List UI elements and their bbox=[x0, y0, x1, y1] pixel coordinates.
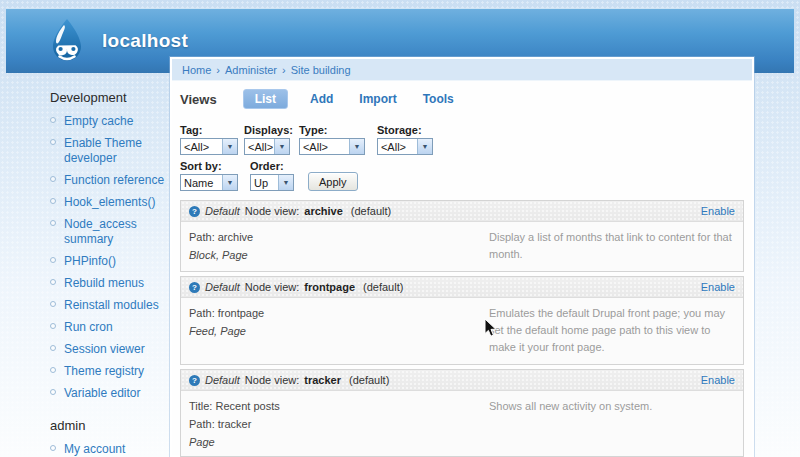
storage-select[interactable]: <All> ▼ bbox=[377, 138, 433, 155]
help-icon[interactable]: ? bbox=[189, 375, 200, 386]
view-type-label: Default bbox=[205, 281, 240, 293]
view-type-label: Default bbox=[205, 374, 240, 386]
view-description: Shows all new activity on system. bbox=[489, 398, 735, 448]
circle-bullet-icon bbox=[50, 367, 56, 373]
displays-filter-label: Displays: bbox=[244, 124, 293, 136]
view-displays: Page bbox=[189, 436, 489, 448]
tab-bar: List Add Import Tools bbox=[247, 89, 454, 109]
tag-select[interactable]: <All> ▼ bbox=[180, 138, 238, 155]
breadcrumb-administer[interactable]: Administer bbox=[225, 64, 277, 76]
sidebar-item-node-access-summary[interactable]: Node_access summary bbox=[50, 217, 168, 247]
circle-bullet-icon bbox=[50, 139, 56, 145]
view-description: Emulates the default Drupal front page; … bbox=[489, 305, 735, 356]
tag-filter-label: Tag: bbox=[180, 124, 238, 136]
sidebar-link[interactable]: Node_access summary bbox=[64, 217, 168, 247]
tab-import[interactable]: Import bbox=[359, 92, 396, 106]
drupal-logo-icon bbox=[44, 18, 90, 64]
view-row-frontpage: ? Default Node view: frontpage (default)… bbox=[180, 276, 744, 365]
sidebar-link[interactable]: Enable Theme developer bbox=[64, 136, 168, 166]
sidebar-item-phpinfo[interactable]: PHPinfo() bbox=[50, 254, 168, 269]
circle-bullet-icon bbox=[50, 220, 56, 226]
circle-bullet-icon bbox=[50, 176, 56, 182]
view-name: frontpage bbox=[304, 281, 355, 293]
sidebar-item-run-cron[interactable]: Run cron bbox=[50, 320, 168, 335]
circle-bullet-icon bbox=[50, 117, 56, 123]
breadcrumb-home[interactable]: Home bbox=[182, 64, 211, 76]
sidebar-item-variable-editor[interactable]: Variable editor bbox=[50, 386, 168, 401]
view-displays: Feed, Page bbox=[189, 325, 489, 337]
view-kind-label: Node view: bbox=[245, 281, 299, 293]
view-name: archive bbox=[304, 205, 343, 217]
sidebar-link[interactable]: Theme registry bbox=[64, 364, 144, 379]
apply-button[interactable]: Apply bbox=[308, 172, 358, 191]
enable-link[interactable]: Enable bbox=[701, 374, 735, 386]
sidebar-item-rebuild-menus[interactable]: Rebuild menus bbox=[50, 276, 168, 291]
sidebar-item-reinstall-modules[interactable]: Reinstall modules bbox=[50, 298, 168, 313]
sidebar-item-empty-cache[interactable]: Empty cache bbox=[50, 114, 168, 129]
view-displays: Block, Page bbox=[189, 249, 489, 261]
dropdown-arrow-icon: ▼ bbox=[222, 175, 237, 190]
sidebar-link[interactable]: My account bbox=[64, 442, 125, 457]
circle-bullet-icon bbox=[50, 257, 56, 263]
main-panel: Home › Administer › Site building Views … bbox=[170, 57, 754, 457]
sidebar-link[interactable]: Run cron bbox=[64, 320, 113, 335]
storage-filter-label: Storage: bbox=[377, 124, 433, 136]
view-row-archive: ? Default Node view: archive (default) E… bbox=[180, 200, 744, 272]
tab-tools[interactable]: Tools bbox=[423, 92, 454, 106]
sidebar-item-session-viewer[interactable]: Session viewer bbox=[50, 342, 168, 357]
help-icon[interactable]: ? bbox=[189, 206, 200, 217]
sidebar-heading-development: Development bbox=[50, 90, 168, 105]
circle-bullet-icon bbox=[50, 323, 56, 329]
displays-select[interactable]: <All> ▼ bbox=[244, 138, 290, 155]
sidebar-item-hook-elements[interactable]: Hook_elements() bbox=[50, 195, 168, 210]
enable-link[interactable]: Enable bbox=[701, 205, 735, 217]
view-name: tracker bbox=[304, 374, 341, 386]
drupal-views-page: localhost Development Empty cache Enable… bbox=[0, 0, 800, 457]
dropdown-arrow-icon: ▼ bbox=[349, 139, 364, 154]
sidebar-link[interactable]: Empty cache bbox=[64, 114, 133, 129]
sidebar-link[interactable]: Rebuild menus bbox=[64, 276, 144, 291]
tab-list[interactable]: List bbox=[243, 89, 288, 109]
view-type-label: Default bbox=[205, 205, 240, 217]
view-suffix: (default) bbox=[351, 205, 391, 217]
dropdown-arrow-icon: ▼ bbox=[274, 139, 289, 154]
breadcrumb-separator: › bbox=[216, 64, 220, 76]
circle-bullet-icon bbox=[50, 279, 56, 285]
tab-add[interactable]: Add bbox=[310, 92, 333, 106]
views-filters: Tag: <All> ▼ Displays: <All> ▼ bbox=[180, 124, 744, 191]
sidebar-link[interactable]: Variable editor bbox=[64, 386, 141, 401]
circle-bullet-icon bbox=[50, 301, 56, 307]
mouse-cursor bbox=[484, 318, 497, 338]
view-path: Path: tracker bbox=[189, 418, 489, 430]
view-path: Path: frontpage bbox=[189, 307, 489, 319]
sidebar-link[interactable]: Hook_elements() bbox=[64, 195, 155, 210]
breadcrumb: Home › Administer › Site building bbox=[172, 59, 752, 81]
view-row-tracker: ? Default Node view: tracker (default) E… bbox=[180, 369, 744, 457]
type-select[interactable]: <All> ▼ bbox=[299, 138, 365, 155]
sidebar-link[interactable]: Reinstall modules bbox=[64, 298, 159, 313]
sidebar-link[interactable]: Session viewer bbox=[64, 342, 145, 357]
dropdown-arrow-icon: ▼ bbox=[417, 139, 432, 154]
dropdown-arrow-icon: ▼ bbox=[278, 175, 293, 190]
sidebar-link[interactable]: Function reference bbox=[64, 173, 164, 188]
breadcrumb-separator: › bbox=[282, 64, 286, 76]
sidebar-item-my-account[interactable]: My account bbox=[50, 442, 168, 457]
breadcrumb-site-building[interactable]: Site building bbox=[291, 64, 351, 76]
view-kind-label: Node view: bbox=[245, 374, 299, 386]
order-select[interactable]: Up ▼ bbox=[250, 174, 294, 191]
view-kind-label: Node view: bbox=[245, 205, 299, 217]
sidebar-item-theme-registry[interactable]: Theme registry bbox=[50, 364, 168, 379]
enable-link[interactable]: Enable bbox=[701, 281, 735, 293]
sidebar-item-function-reference[interactable]: Function reference bbox=[50, 173, 168, 188]
circle-bullet-icon bbox=[50, 445, 56, 451]
sort-by-select[interactable]: Name ▼ bbox=[180, 174, 238, 191]
page-title: Views bbox=[180, 92, 217, 107]
site-title[interactable]: localhost bbox=[102, 30, 188, 52]
circle-bullet-icon bbox=[50, 389, 56, 395]
sidebar-link[interactable]: PHPinfo() bbox=[64, 254, 116, 269]
help-icon[interactable]: ? bbox=[189, 282, 200, 293]
view-suffix: (default) bbox=[349, 374, 389, 386]
sidebar-item-enable-theme-developer[interactable]: Enable Theme developer bbox=[50, 136, 168, 166]
sidebar: Development Empty cache Enable Theme dev… bbox=[50, 90, 168, 457]
view-title: Title: Recent posts bbox=[189, 400, 489, 412]
